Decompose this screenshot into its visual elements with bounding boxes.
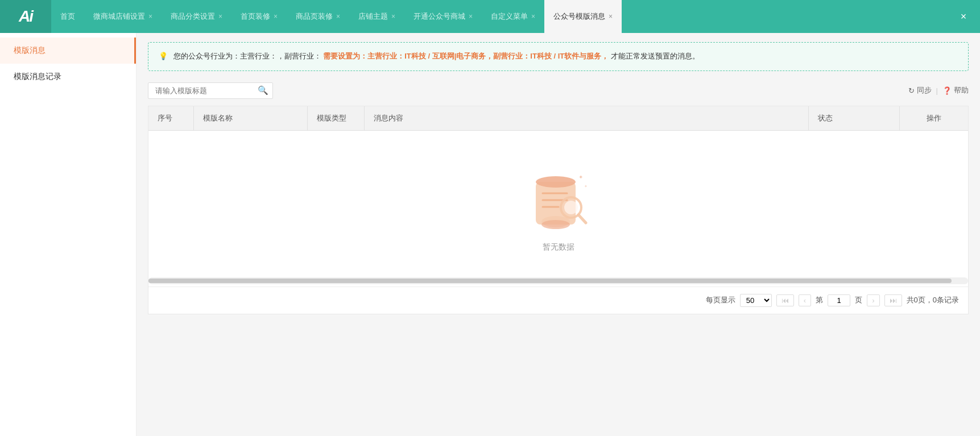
sync-button[interactable]: ↻ 同步 xyxy=(908,85,932,95)
tab-custom-menu-label: 自定义菜单 xyxy=(491,11,528,22)
first-page-button[interactable]: ⏮ xyxy=(776,294,794,306)
tab-store-theme-close[interactable]: × xyxy=(391,13,395,20)
prev-page-button[interactable]: ‹ xyxy=(799,294,811,306)
svg-point-3 xyxy=(541,220,570,229)
sidebar: 模版消息 模版消息记录 xyxy=(0,33,137,436)
th-action: 操作 xyxy=(900,106,968,130)
search-bar: 🔍 ↻ 同步 | ❓ 帮助 xyxy=(148,82,969,99)
tab-custom-menu-close[interactable]: × xyxy=(531,13,535,20)
tab-shop-settings[interactable]: 微商城店铺设置 × xyxy=(84,0,162,33)
tab-home-decor-label: 首页装修 xyxy=(241,11,270,22)
tab-home-decor[interactable]: 首页装修 × xyxy=(231,0,287,33)
tab-home-label: 首页 xyxy=(60,11,75,22)
tab-shop-settings-label: 微商城店铺设置 xyxy=(93,11,145,22)
th-content: 消息内容 xyxy=(365,106,809,130)
tab-product-decor-close[interactable]: × xyxy=(336,13,340,20)
empty-state: ✦ ✦ 暂无数据 xyxy=(148,131,968,275)
svg-text:✦: ✦ xyxy=(584,184,588,188)
help-label: 帮助 xyxy=(954,85,969,95)
th-seq: 序号 xyxy=(148,106,194,130)
tab-home[interactable]: 首页 xyxy=(51,0,84,33)
horizontal-scrollbar[interactable] xyxy=(148,277,968,284)
tab-category-close[interactable]: × xyxy=(218,13,222,20)
sidebar-template-msg-label: 模版消息 xyxy=(14,45,46,56)
tab-product-decor-label: 商品页装修 xyxy=(296,11,333,22)
brand-logo: Ai xyxy=(0,0,51,33)
svg-point-2 xyxy=(536,176,576,188)
search-left: 🔍 xyxy=(148,82,273,99)
tab-open-mall-label: 开通公众号商城 xyxy=(413,11,465,22)
notice-suffix: 才能正常发送预置的消息。 xyxy=(611,52,700,60)
tab-store-theme[interactable]: 店铺主题 × xyxy=(349,0,404,33)
page-size-label: 每页显示 xyxy=(706,295,735,305)
tab-template-msg[interactable]: 公众号模版消息 × xyxy=(544,0,622,33)
next-page-button[interactable]: › xyxy=(867,294,879,306)
svg-line-9 xyxy=(578,215,586,223)
sidebar-item-template-msg-record[interactable]: 模版消息记录 xyxy=(0,64,136,90)
last-page-button[interactable]: ⏭ xyxy=(884,294,902,306)
table-header: 序号 模版名称 模版类型 消息内容 状态 操作 xyxy=(148,106,968,131)
help-icon: ❓ xyxy=(942,86,952,95)
th-type: 模版类型 xyxy=(308,106,365,130)
current-page-input[interactable] xyxy=(828,294,850,306)
page-size-select[interactable]: 50 10 20 100 xyxy=(740,294,772,307)
tab-category-label: 商品分类设置 xyxy=(171,11,215,22)
svg-point-8 xyxy=(564,201,578,214)
help-button[interactable]: ❓ 帮助 xyxy=(942,85,969,95)
tab-store-theme-label: 店铺主题 xyxy=(358,11,388,22)
tab-open-mall-close[interactable]: × xyxy=(469,13,473,20)
divider: | xyxy=(936,86,938,95)
search-input-wrap: 🔍 xyxy=(148,82,273,99)
tab-home-decor-close[interactable]: × xyxy=(274,13,278,20)
page-summary: 共0页，0条记录 xyxy=(907,295,959,305)
search-icon[interactable]: 🔍 xyxy=(258,85,268,95)
tab-product-decor[interactable]: 商品页装修 × xyxy=(287,0,349,33)
sync-label: 同步 xyxy=(917,85,932,95)
global-close-button[interactable]: × xyxy=(947,0,980,33)
page-di-label: 第 xyxy=(816,295,823,305)
tab-category-settings[interactable]: 商品分类设置 × xyxy=(162,0,231,33)
empty-illustration: ✦ ✦ xyxy=(524,165,593,233)
sidebar-item-template-msg[interactable]: 模版消息 xyxy=(0,38,136,64)
notice-box: 💡 您的公众号行业为：主营行业：，副营行业： 需要设置为：主营行业：IT科技 /… xyxy=(148,42,969,71)
empty-text: 暂无数据 xyxy=(543,242,574,252)
nav-tabs: 首页 微商城店铺设置 × 商品分类设置 × 首页装修 × 商品页装修 × 店铺主… xyxy=(51,0,947,33)
sync-icon: ↻ xyxy=(908,86,915,95)
search-right: ↻ 同步 | ❓ 帮助 xyxy=(908,85,969,95)
search-input[interactable] xyxy=(148,82,273,99)
page-label: 页 xyxy=(855,295,862,305)
pagination: 每页显示 50 10 20 100 ⏮ ‹ 第 页 › ⏭ 共0页，0条记录 xyxy=(148,286,968,314)
tab-open-mall[interactable]: 开通公众号商城 × xyxy=(404,0,482,33)
sidebar-template-record-label: 模版消息记录 xyxy=(14,72,61,82)
tab-custom-menu[interactable]: 自定义菜单 × xyxy=(482,0,544,33)
svg-text:✦: ✦ xyxy=(578,174,583,180)
main-layout: 模版消息 模版消息记录 💡 您的公众号行业为：主营行业：，副营行业： 需要设置为… xyxy=(0,33,980,436)
tab-shop-settings-close[interactable]: × xyxy=(148,13,152,20)
th-status: 状态 xyxy=(809,106,900,130)
notice-prefix: 您的公众号行业为：主营行业：，副营行业： xyxy=(173,52,321,60)
tab-template-msg-label: 公众号模版消息 xyxy=(553,11,605,22)
bulb-icon: 💡 xyxy=(159,52,168,60)
top-nav: Ai 首页 微商城店铺设置 × 商品分类设置 × 首页装修 × 商品页装修 × … xyxy=(0,0,980,33)
content-area: 💡 您的公众号行业为：主营行业：，副营行业： 需要设置为：主营行业：IT科技 /… xyxy=(137,33,980,436)
th-name: 模版名称 xyxy=(194,106,308,130)
scroll-thumb xyxy=(148,279,952,283)
notice-highlight: 需要设置为：主营行业：IT科技 / 互联网|电子商务，副营行业：IT科技 / I… xyxy=(323,52,609,60)
tab-template-msg-close[interactable]: × xyxy=(609,13,613,20)
table-wrap: 序号 模版名称 模版类型 消息内容 状态 操作 xyxy=(148,106,969,314)
